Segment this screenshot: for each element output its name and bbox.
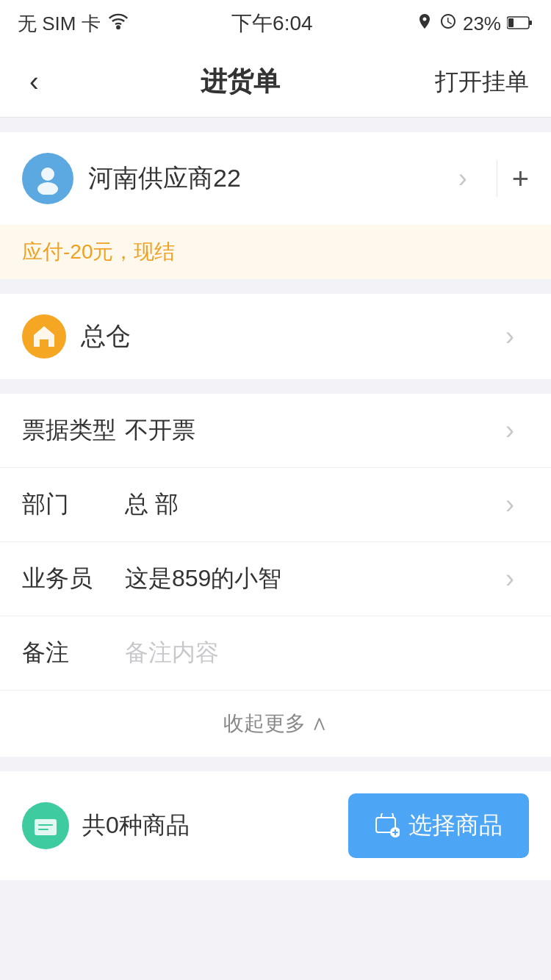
add-supplier-button[interactable]: + bbox=[512, 162, 529, 195]
carrier-label: 无 SIM 卡 bbox=[18, 11, 101, 37]
nav-title: 进货单 bbox=[201, 64, 280, 100]
status-right: 23% bbox=[416, 12, 533, 35]
goods-icon bbox=[22, 802, 69, 849]
invoice-type-chevron-icon: › bbox=[505, 415, 514, 446]
open-pending-button[interactable]: 打开挂单 bbox=[435, 66, 529, 98]
nav-bar: ‹ 进货单 打开挂单 bbox=[0, 47, 551, 118]
select-goods-label: 选择商品 bbox=[408, 810, 503, 842]
supplier-chevron-icon: › bbox=[458, 163, 467, 194]
battery-icon bbox=[507, 12, 533, 35]
svg-rect-6 bbox=[40, 339, 48, 347]
warehouse-section: 总仓 › bbox=[0, 294, 551, 379]
status-bar: 无 SIM 卡 下午6:04 23% bbox=[0, 0, 551, 47]
salesperson-row[interactable]: 业务员 这是859的小智 › bbox=[0, 541, 551, 616]
department-value: 总 部 bbox=[125, 489, 505, 521]
wifi-icon bbox=[108, 11, 129, 37]
salesperson-label: 业务员 bbox=[22, 563, 125, 595]
supplier-row[interactable]: 河南供应商22 › + bbox=[0, 132, 551, 225]
department-row[interactable]: 部门 总 部 › bbox=[0, 467, 551, 541]
warehouse-icon bbox=[22, 314, 66, 359]
goods-count: 共0种商品 bbox=[82, 810, 190, 842]
remark-label: 备注 bbox=[22, 637, 125, 669]
supplier-notice: 应付-20元，现结 bbox=[0, 225, 551, 279]
remark-row[interactable]: 备注 备注内容 bbox=[0, 616, 551, 690]
alarm-icon bbox=[439, 12, 457, 35]
battery-label: 23% bbox=[463, 12, 501, 35]
supplier-name: 河南供应商22 bbox=[88, 162, 458, 195]
goods-info: 共0种商品 bbox=[22, 802, 190, 849]
select-goods-button[interactable]: 选择商品 bbox=[348, 793, 529, 858]
gap-1 bbox=[0, 118, 551, 132]
gap-2 bbox=[0, 279, 551, 294]
remark-input[interactable]: 备注内容 bbox=[125, 637, 529, 669]
gap-3 bbox=[0, 379, 551, 394]
form-section: 票据类型 不开票 › 部门 总 部 › 业务员 这是859的小智 › 备注 备注… bbox=[0, 394, 551, 757]
svg-rect-2 bbox=[529, 21, 532, 25]
salesperson-value: 这是859的小智 bbox=[125, 563, 505, 595]
warehouse-row[interactable]: 总仓 › bbox=[0, 294, 551, 379]
supplier-section: 河南供应商22 › + 应付-20元，现结 bbox=[0, 132, 551, 279]
svg-rect-3 bbox=[508, 18, 514, 27]
vertical-divider bbox=[497, 160, 497, 197]
salesperson-chevron-icon: › bbox=[505, 563, 514, 594]
svg-point-0 bbox=[117, 26, 120, 29]
footer-section: 共0种商品 选择商品 bbox=[0, 771, 551, 880]
svg-rect-7 bbox=[35, 819, 57, 835]
collapse-label: 收起更多 ∧ bbox=[223, 710, 328, 738]
select-goods-icon bbox=[375, 813, 400, 838]
department-chevron-icon: › bbox=[505, 489, 514, 520]
warehouse-name: 总仓 bbox=[81, 320, 505, 353]
svg-point-5 bbox=[37, 182, 58, 195]
status-time: 下午6:04 bbox=[231, 10, 313, 37]
location-icon bbox=[416, 12, 433, 35]
warehouse-chevron-icon: › bbox=[505, 321, 514, 352]
invoice-type-label: 票据类型 bbox=[22, 414, 125, 447]
invoice-type-row[interactable]: 票据类型 不开票 › bbox=[0, 394, 551, 467]
collapse-button[interactable]: 收起更多 ∧ bbox=[0, 690, 551, 757]
bottom-fill bbox=[0, 880, 551, 980]
back-button[interactable]: ‹ bbox=[22, 59, 46, 105]
invoice-type-value: 不开票 bbox=[125, 414, 505, 447]
status-left: 无 SIM 卡 bbox=[18, 11, 129, 37]
supplier-avatar bbox=[22, 153, 73, 204]
department-label: 部门 bbox=[22, 489, 125, 521]
svg-point-4 bbox=[41, 167, 54, 181]
